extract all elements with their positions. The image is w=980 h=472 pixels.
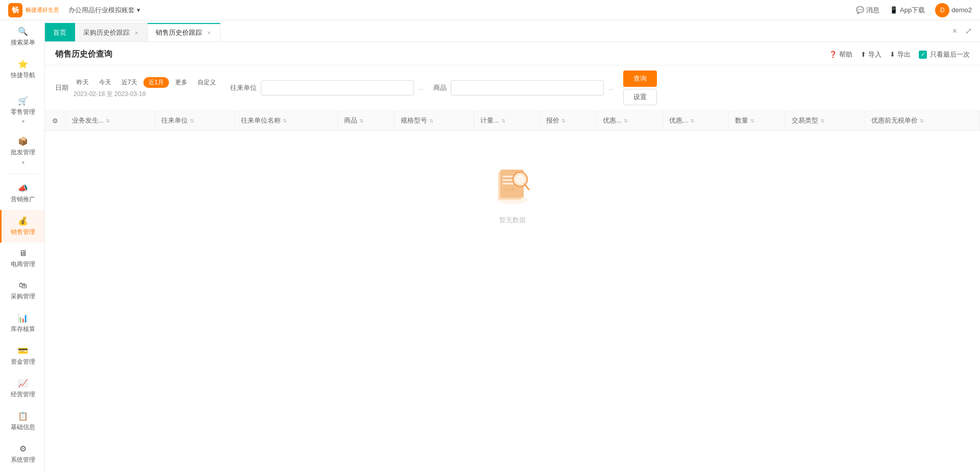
inventory-icon: 📊 bbox=[18, 313, 28, 323]
th-spec[interactable]: 规格型号 ⇅ bbox=[394, 111, 474, 131]
sidebar-item-ecommerce[interactable]: 🖥 电商管理 bbox=[0, 243, 44, 275]
purchase-icon: 🛍 bbox=[19, 281, 27, 290]
date-preset-more[interactable]: 更多 bbox=[171, 77, 191, 88]
date-preset-yesterday[interactable]: 昨天 bbox=[72, 77, 93, 88]
tab-purchase-history[interactable]: 采购历史价跟踪 × bbox=[75, 23, 148, 41]
username: demo2 bbox=[951, 6, 972, 14]
sidebar-item-basic[interactable]: 📋 基础信息 bbox=[0, 405, 44, 438]
partner-filter-label: 往来单位 bbox=[230, 83, 257, 92]
th-quote[interactable]: 报价 ⇅ bbox=[540, 111, 597, 131]
svg-line-8 bbox=[525, 184, 529, 190]
checkbox-icon: ✓ bbox=[919, 51, 927, 59]
sidebar-item-operation[interactable]: 📈 经营管理 bbox=[0, 372, 44, 405]
date-preset-today[interactable]: 今天 bbox=[95, 77, 115, 88]
sort-biz-date-icon: ⇅ bbox=[106, 118, 110, 124]
help-btn[interactable]: ❓ 帮助 bbox=[829, 50, 852, 59]
date-preset-last1m[interactable]: 近1月 bbox=[143, 77, 169, 88]
date-presets: 昨天 今天 近7天 近1月 更多 自定义 bbox=[72, 77, 220, 88]
sort-discount2-icon: ⇅ bbox=[690, 118, 694, 124]
sidebar-item-label: 采购管理 bbox=[11, 292, 35, 301]
system-icon: ⚙ bbox=[19, 444, 27, 454]
date-preset-last7[interactable]: 近7天 bbox=[117, 77, 141, 88]
sidebar-item-retail[interactable]: 🛒 零售管理 ▾ bbox=[0, 90, 44, 130]
tab-home[interactable]: 首页 bbox=[45, 23, 75, 41]
message-btn[interactable]: 💬 消息 bbox=[856, 6, 879, 15]
home-tab-label: 首页 bbox=[53, 28, 66, 37]
filter-bar: 日期 昨天 今天 近7天 近1月 更多 自定义 2023-02-18 至 202… bbox=[45, 65, 980, 111]
user-profile[interactable]: D demo2 bbox=[935, 3, 972, 17]
content-area: 首页 采购历史价跟踪 × 销售历史价跟踪 × × ⤢ 销售历史价查询 bbox=[45, 20, 980, 472]
page-title: 销售历史价查询 bbox=[55, 49, 112, 60]
th-pre-tax-price[interactable]: 优惠前无税单价 ⇅ bbox=[865, 111, 980, 131]
th-trade-type[interactable]: 交易类型 ⇅ bbox=[785, 111, 865, 131]
sidebar-item-search-menu[interactable]: 🔍 搜索菜单 bbox=[0, 20, 44, 53]
th-partner-code[interactable]: 往来单位 ⇅ bbox=[155, 111, 234, 131]
sort-discount1-icon: ⇅ bbox=[624, 118, 628, 124]
maximize-btn[interactable]: ⤢ bbox=[963, 24, 974, 38]
page-inner: 销售历史价查询 ❓ 帮助 ⬆ 导入 ⬇ 导出 bbox=[45, 42, 980, 472]
app-download-btn[interactable]: 📱 App下载 bbox=[890, 6, 925, 15]
sales-history-tab-label: 销售历史价跟踪 bbox=[156, 28, 202, 37]
svg-point-11 bbox=[511, 188, 513, 191]
message-icon: 💬 bbox=[856, 6, 864, 14]
sidebar-item-label: 营销推广 bbox=[11, 195, 35, 204]
wholesale-sub bbox=[0, 171, 44, 177]
sidebar-item-sales[interactable]: 💰 销售管理 bbox=[0, 210, 44, 243]
th-partner-name[interactable]: 往来单位名称 ⇅ bbox=[235, 111, 338, 131]
partner-input[interactable] bbox=[261, 80, 414, 96]
export-btn[interactable]: ⬇ 导出 bbox=[890, 50, 911, 59]
sidebar-item-finance[interactable]: 💳 资金管理 bbox=[0, 340, 44, 372]
query-btn[interactable]: 查询 bbox=[623, 70, 657, 87]
th-goods[interactable]: 商品 ⇅ bbox=[337, 111, 394, 131]
th-discount2[interactable]: 优惠... ⇅ bbox=[663, 111, 729, 131]
app-download-label: App下载 bbox=[900, 6, 925, 15]
chevron-up-icon: ▴ bbox=[22, 159, 24, 164]
purchase-history-tab-close[interactable]: × bbox=[134, 29, 139, 37]
th-unit[interactable]: 计量... ⇅ bbox=[474, 111, 540, 131]
partner-filter-group: 往来单位 ... bbox=[230, 80, 423, 96]
sidebar-item-inventory[interactable]: 📊 库存核算 bbox=[0, 307, 44, 340]
data-table: ⚙ 业务发生... ⇅ 往来单 bbox=[45, 111, 980, 131]
sub-divider bbox=[6, 174, 38, 174]
goods-input[interactable] bbox=[451, 80, 604, 96]
goods-dots[interactable]: ... bbox=[608, 84, 613, 91]
date-filter: 昨天 今天 近7天 近1月 更多 自定义 2023-02-18 至 2023-0… bbox=[72, 77, 220, 99]
partner-dots[interactable]: ... bbox=[418, 84, 423, 91]
th-qty[interactable]: 数量 ⇅ bbox=[729, 111, 786, 131]
sidebar-item-quick-nav[interactable]: ⭐ 快捷导航 bbox=[0, 53, 44, 86]
sort-pre-tax-icon: ⇅ bbox=[920, 118, 924, 124]
close-all-btn[interactable]: × bbox=[950, 25, 959, 38]
operation-icon: 📈 bbox=[18, 379, 28, 388]
sort-partner-name-icon: ⇅ bbox=[283, 118, 287, 124]
app-selector[interactable]: 办公用品行业模拟账套 ▾ bbox=[64, 4, 144, 17]
download-icon: 📱 bbox=[890, 6, 898, 14]
sort-trade-type-icon: ⇅ bbox=[820, 118, 824, 124]
import-label: 导入 bbox=[868, 50, 881, 59]
basic-icon: 📋 bbox=[18, 411, 28, 421]
sidebar-item-purchase[interactable]: 🛍 采购管理 bbox=[0, 275, 44, 307]
sidebar-item-marketing[interactable]: 📣 营销推广 bbox=[0, 177, 44, 210]
import-btn[interactable]: ⬆ 导入 bbox=[861, 50, 881, 59]
tab-actions: × ⤢ bbox=[950, 20, 980, 41]
header-left: 畅 畅捷通好生意 办公用品行业模拟账套 ▾ bbox=[8, 3, 144, 17]
date-range-display: 2023-02-18 至 2023-03-18 bbox=[72, 90, 220, 99]
sidebar-item-label: 批发管理 bbox=[11, 148, 35, 157]
sales-history-tab-close[interactable]: × bbox=[206, 29, 211, 37]
sidebar-item-system[interactable]: ⚙ 系统管理 bbox=[0, 438, 44, 470]
date-preset-custom[interactable]: 自定义 bbox=[193, 77, 220, 88]
sidebar-item-wholesale[interactable]: 📦 批发管理 ▴ bbox=[0, 130, 44, 171]
sidebar: 🔍 搜索菜单 ⭐ 快捷导航 🛒 零售管理 ▾ 📦 批发管理 ▴ 📣 营销推广 💰… bbox=[0, 20, 45, 472]
th-biz-date[interactable]: 业务发生... ⇅ bbox=[65, 111, 155, 131]
logo-icon: 畅 bbox=[8, 3, 22, 17]
app-selector-label: 办公用品行业模拟账套 bbox=[68, 6, 135, 15]
table-header-row: ⚙ 业务发生... ⇅ 往来单 bbox=[45, 111, 980, 131]
only-last-checkbox[interactable]: ✓ 只看最后一次 bbox=[919, 50, 970, 59]
goods-filter-label: 商品 bbox=[433, 83, 447, 92]
settings-btn[interactable]: 设置 bbox=[623, 89, 657, 105]
tab-sales-history[interactable]: 销售历史价跟踪 × bbox=[148, 23, 220, 41]
filter-actions: 查询 设置 bbox=[623, 70, 657, 105]
th-gear[interactable]: ⚙ bbox=[45, 111, 65, 131]
page-title-bar: 销售历史价查询 ❓ 帮助 ⬆ 导入 ⬇ 导出 bbox=[45, 42, 980, 65]
chevron-down-icon: ▾ bbox=[137, 6, 140, 14]
th-discount1[interactable]: 优惠... ⇅ bbox=[597, 111, 663, 131]
